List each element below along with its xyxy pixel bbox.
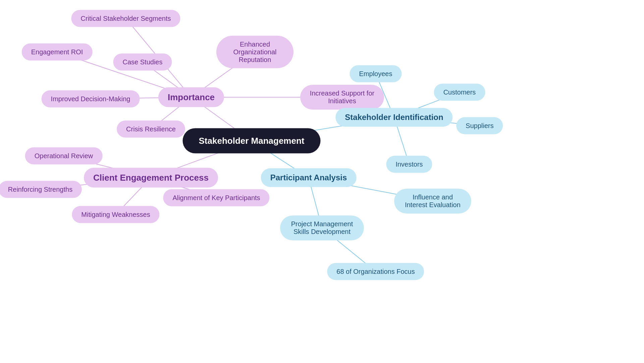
stakeholder-identification-node: Stakeholder Identification (335, 108, 452, 127)
improved-decision-node: Improved Decision-Making (42, 90, 140, 108)
suppliers-node: Suppliers (456, 117, 503, 134)
employees-node: Employees (350, 65, 402, 82)
crisis-resilience-node: Crisis Resilience (117, 121, 185, 138)
participant-analysis-node: Participant Analysis (261, 168, 357, 187)
critical-stakeholder-node: Critical Stakeholder Segments (71, 10, 180, 27)
increased-support-node: Increased Support for Initiatives (300, 85, 384, 110)
customers-node: Customers (434, 84, 485, 101)
mitigating-weaknesses-node: Mitigating Weaknesses (72, 206, 159, 223)
operational-review-node: Operational Review (25, 147, 103, 165)
importance-node: Importance (158, 87, 224, 107)
case-studies-node: Case Studies (113, 54, 172, 71)
client-engagement-node: Client Engagement Process (84, 168, 218, 188)
center-node: Stakeholder Management (183, 128, 321, 154)
reinforcing-strengths-node: Reinforcing Strengths (0, 181, 82, 198)
enhanced-org-rep-node: Enhanced Organizational Reputation (216, 36, 293, 68)
investors-node: Investors (386, 156, 432, 173)
org-focus-node: 68 of Organizations Focus (327, 263, 424, 280)
project-mgmt-node: Project Management Skills Development (280, 216, 364, 240)
alignment-key-node: Alignment of Key Participants (163, 189, 269, 206)
engagement-roi-node: Engagement ROI (22, 44, 93, 61)
influence-interest-node: Influence and Interest Evaluation (394, 189, 471, 214)
